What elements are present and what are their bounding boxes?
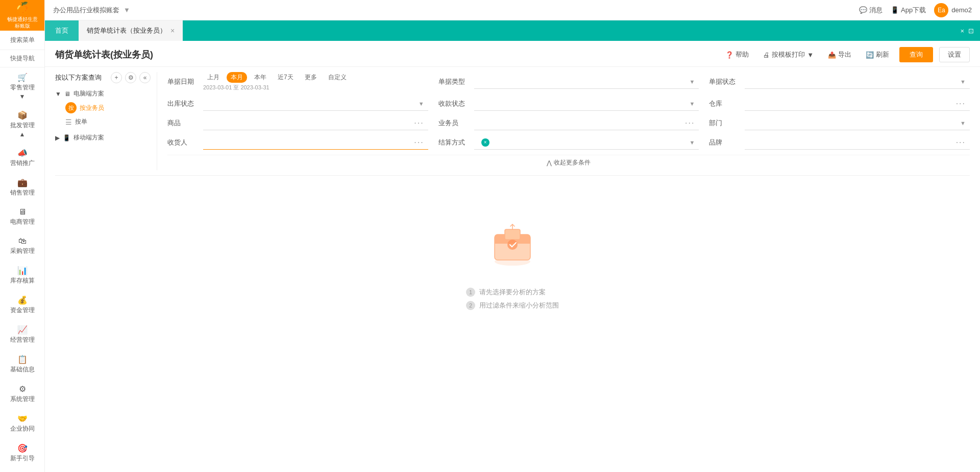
marketing-label: 营销推广 xyxy=(10,159,35,168)
avatar-text: Ea xyxy=(938,7,945,14)
sidebar-quicknav[interactable]: 快捷导航 xyxy=(0,50,44,67)
sidebar-search[interactable]: 搜索菜单 xyxy=(0,31,44,50)
wholesale-label: 批发管理 xyxy=(10,121,35,130)
sidebar-item-newuser[interactable]: 🎯 新手引导 xyxy=(0,438,44,468)
brand-field[interactable]: ··· xyxy=(745,135,970,150)
enterprise-label: 企业协同 xyxy=(10,424,35,433)
out-status-arrow: ▼ xyxy=(419,101,424,107)
refresh-btn[interactable]: 🔄 刷新 xyxy=(862,48,893,61)
consignee-field[interactable]: ··· xyxy=(203,135,428,150)
sidebar-item-retail[interactable]: 🛒 零售管理 ▼ xyxy=(0,67,44,105)
scheme-bill[interactable]: ☰ 按单 xyxy=(55,115,151,128)
export-btn[interactable]: 📤 导出 xyxy=(824,48,855,61)
date-pill-last-month[interactable]: 上月 xyxy=(203,72,224,83)
sidebar: 🍊 畅捷通好生意 标账版 搜索菜单 快捷导航 🛒 零售管理 ▼ 📦 批发管理 ▲… xyxy=(0,0,45,472)
pc-scheme-node[interactable]: ▼ 🖥 电脑端方案 xyxy=(55,87,151,100)
date-pill-this-month[interactable]: 本月 xyxy=(227,72,247,83)
newuser-icon: 🎯 xyxy=(17,443,28,453)
mobile-scheme-icon: 📱 xyxy=(63,134,70,141)
company-dropdown-icon[interactable]: ▼ xyxy=(124,6,130,14)
download-icon: 📱 xyxy=(891,6,899,14)
out-status-field[interactable]: ▼ xyxy=(203,97,428,111)
sidebar-item-basic[interactable]: 📋 基础信息 xyxy=(0,349,44,379)
tab-home[interactable]: 首页 xyxy=(45,20,79,41)
bill-status-field[interactable]: ▼ xyxy=(745,75,970,89)
tab-active[interactable]: 销货单统计表（按业务员） × xyxy=(79,20,183,41)
logo-icon: 🍊 xyxy=(15,2,29,15)
collapse-row: ⋀ 收起更多条件 xyxy=(167,155,970,170)
scheme-salesperson[interactable]: 按 按业务员 xyxy=(55,100,151,115)
operations-label: 经营管理 xyxy=(10,336,35,344)
condition-row-1: 单据日期 上月 本月 本年 近7天 更多 自定义 2023-03-01 至 20… xyxy=(167,72,970,91)
sales-label: 销售管理 xyxy=(10,188,35,197)
sidebar-item-sales[interactable]: 💼 销售管理 xyxy=(0,173,44,202)
basic-label: 基础信息 xyxy=(10,365,35,374)
add-scheme-btn[interactable]: + xyxy=(111,72,122,83)
user-profile-btn[interactable]: Ea demo2 xyxy=(934,3,972,17)
condition-brand: 品牌 ··· xyxy=(709,135,970,150)
sidebar-item-marketing[interactable]: 📣 营销推广 xyxy=(0,143,44,173)
sidebar-item-finance[interactable]: 💰 资金管理 xyxy=(0,290,44,320)
goods-field[interactable]: ··· xyxy=(203,116,428,130)
query-button[interactable]: 查询 xyxy=(899,47,933,62)
goods-label: 商品 xyxy=(167,119,203,128)
sidebar-item-system[interactable]: ⚙ 系统管理 xyxy=(0,379,44,409)
newuser-label: 新手引导 xyxy=(10,454,35,463)
scheme-collapse-btn[interactable]: « xyxy=(139,72,151,83)
retail-label: 零售管理 xyxy=(10,83,35,92)
logo-text: 畅捷通好生意 xyxy=(7,16,38,22)
scheme-settings-btn[interactable]: ⚙ xyxy=(125,72,136,83)
retail-icon: 🛒 xyxy=(17,73,28,82)
tip-num-2: 2 xyxy=(466,301,475,310)
settlement-clear-btn[interactable]: × xyxy=(481,138,489,147)
date-pill-custom[interactable]: 自定义 xyxy=(324,72,351,83)
sidebar-item-wholesale[interactable]: 📦 批发管理 ▲ xyxy=(0,105,44,143)
window-restore-icon[interactable]: ⊡ xyxy=(968,27,974,35)
scheme-bill-label: 按单 xyxy=(75,117,87,126)
settings-button[interactable]: 设置 xyxy=(939,47,970,62)
condition-receive-status: 收款状态 ▼ xyxy=(438,97,699,111)
warehouse-field[interactable]: ··· xyxy=(745,97,970,111)
sidebar-item-operations[interactable]: 📈 经营管理 xyxy=(0,320,44,349)
receive-status-field[interactable]: ▼ xyxy=(474,97,699,111)
app-download-btn[interactable]: 📱 App下载 xyxy=(891,6,926,15)
condition-row-4: 收货人 ··· 结算方式 × ▼ 品牌 xyxy=(167,135,970,150)
search-conditions: 单据日期 上月 本月 本年 近7天 更多 自定义 2023-03-01 至 20… xyxy=(157,72,970,170)
goods-dots: ··· xyxy=(414,119,424,128)
header-left: 办公用品行业模拟账套 ▼ xyxy=(53,6,130,15)
condition-bill-status: 单据状态 ▼ xyxy=(709,72,970,91)
condition-dept: 部门 ▼ xyxy=(709,116,970,130)
help-icon: ❓ xyxy=(725,51,733,59)
page-actions: ❓ 帮助 🖨 按模板打印 ▼ 📤 导出 🔄 刷新 查询 设置 xyxy=(721,47,970,62)
salesperson-dots: ··· xyxy=(685,119,695,128)
condition-settlement: 结算方式 × ▼ xyxy=(438,135,699,150)
consignee-dots: ··· xyxy=(414,138,424,147)
bill-type-field[interactable]: ▼ xyxy=(474,75,699,89)
condition-row-3: 商品 ··· 业务员 ··· 部门 ▼ xyxy=(167,116,970,130)
collapse-btn[interactable]: ⋀ 收起更多条件 xyxy=(547,158,591,167)
help-btn[interactable]: ❓ 帮助 xyxy=(721,48,753,61)
date-pill-7days[interactable]: 近7天 xyxy=(274,72,298,83)
tab-close-icon[interactable]: × xyxy=(170,27,175,35)
current-company[interactable]: 办公用品行业模拟账套 xyxy=(53,6,119,15)
operations-icon: 📈 xyxy=(17,325,28,335)
page-header: 销货单统计表(按业务员) ❓ 帮助 🖨 按模板打印 ▼ 📤 导出 🔄 刷新 xyxy=(45,41,980,67)
dept-field[interactable]: ▼ xyxy=(745,116,970,130)
sidebar-item-enterprise[interactable]: 🤝 企业协同 xyxy=(0,409,44,438)
mobile-scheme-node[interactable]: ▶ 📱 移动端方案 xyxy=(55,131,151,144)
print-btn[interactable]: 🖨 按模板打印 ▼ xyxy=(759,48,818,61)
sidebar-item-inventory[interactable]: 📊 库存核算 xyxy=(0,261,44,290)
window-close-icon[interactable]: × xyxy=(960,27,964,35)
sidebar-item-purchase[interactable]: 🛍 采购管理 xyxy=(0,231,44,261)
date-pill-more[interactable]: 更多 xyxy=(301,72,321,83)
message-btn[interactable]: 💬 消息 xyxy=(859,6,883,15)
settlement-field[interactable]: × ▼ xyxy=(474,135,699,150)
date-pill-this-year[interactable]: 本年 xyxy=(250,72,271,83)
retail-arrow: ▼ xyxy=(19,93,26,100)
tab-active-label: 销货单统计表（按业务员） xyxy=(87,26,166,35)
empty-illustration xyxy=(482,217,543,277)
sidebar-item-ecommerce[interactable]: 🖥 电商管理 xyxy=(0,202,44,231)
scheme-settings-icon: ⚙ xyxy=(128,74,134,81)
sidebar-item-appcenter[interactable]: 🔧 应用中心 xyxy=(0,468,44,472)
salesperson-field[interactable]: ··· xyxy=(474,116,699,130)
